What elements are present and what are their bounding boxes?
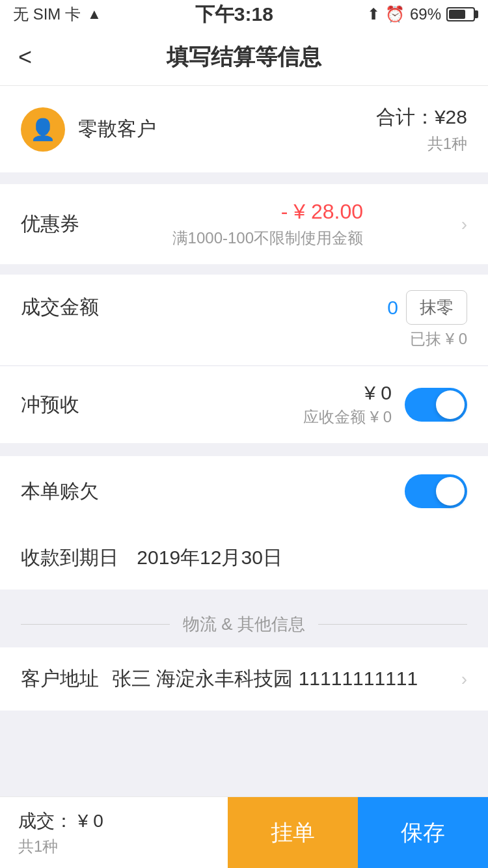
coupon-section[interactable]: 优惠券 - ¥ 28.00 满1000-100不限制使用金额 › <box>0 184 488 264</box>
divider-5 <box>0 712 488 738</box>
coupon-amount: - ¥ 28.00 <box>172 200 363 224</box>
battery-icon <box>446 7 475 21</box>
prepay-section: 冲预收 ¥ 0 应收金额 ¥ 0 <box>0 366 488 443</box>
coupon-chevron-icon: › <box>461 214 467 235</box>
bottom-deal-label: 成交： <box>18 811 73 831</box>
bottom-info: 成交： ¥ 0 共1种 <box>0 809 228 857</box>
bottom-count: 共1种 <box>18 836 210 857</box>
back-button[interactable]: < <box>18 44 32 71</box>
amount-sub-row: 已抹 ¥ 0 <box>21 329 467 349</box>
divider-3 <box>0 444 488 455</box>
battery-fill <box>449 10 465 19</box>
battery-percent: 69% <box>410 5 441 23</box>
total-count: 共1种 <box>376 133 467 154</box>
toggle-knob <box>436 390 465 419</box>
bottom-deal-value: ¥ 0 <box>78 811 103 831</box>
debit-toggle-knob <box>436 477 465 506</box>
wifi-icon: ▲ <box>87 6 102 23</box>
bottom-deal-row: 成交： ¥ 0 <box>18 809 210 834</box>
duedate-label: 收款到期日 <box>21 547 118 568</box>
divider-1 <box>0 174 488 184</box>
customer-name: 零散客户 <box>78 116 156 142</box>
status-time: 下午3:18 <box>195 1 273 28</box>
deal-amount-value[interactable]: 0 <box>387 297 398 319</box>
deal-amount-label: 成交金额 <box>21 294 99 321</box>
divider-2 <box>0 264 488 275</box>
duedate-value: 2019年12月30日 <box>137 547 282 568</box>
customer-section: 👤 零散客户 合计：¥28 共1种 <box>0 86 488 172</box>
location-icon: ⬆ <box>367 5 380 23</box>
bottom-bar: 成交： ¥ 0 共1种 挂单 保存 <box>0 796 488 868</box>
no-sim-label: 无 SIM 卡 <box>13 4 81 25</box>
prepay-right: ¥ 0 应收金额 ¥ 0 <box>303 382 467 427</box>
address-value: 张三 海淀永丰科技园 11111111111 <box>112 666 456 692</box>
page-title: 填写结算等信息 <box>167 42 321 72</box>
logistics-line-right <box>318 624 467 625</box>
pending-button[interactable]: 挂单 <box>228 797 358 869</box>
address-section[interactable]: 客户地址 张三 海淀永丰科技园 11111111111 › <box>0 647 488 711</box>
duedate-section: 收款到期日 2019年12月30日 <box>0 526 488 590</box>
prepay-main-value: ¥ 0 <box>303 382 392 404</box>
customer-left: 👤 零散客户 <box>21 107 156 152</box>
prepay-label: 冲预收 <box>21 392 79 418</box>
address-label: 客户地址 <box>21 666 99 692</box>
save-button[interactable]: 保存 <box>358 797 488 869</box>
nav-bar: < 填写结算等信息 <box>0 29 488 86</box>
amount-right: 0 抹零 <box>387 290 467 325</box>
content: 👤 零散客户 合计：¥28 共1种 优惠券 - ¥ 28.00 满1000-10… <box>0 86 488 816</box>
coupon-label: 优惠券 <box>21 211 79 237</box>
total-amount: 合计：¥28 <box>376 104 467 131</box>
divider-4 <box>0 591 488 601</box>
logistics-header: 物流 & 其他信息 <box>0 601 488 647</box>
prepay-values: ¥ 0 应收金额 ¥ 0 <box>303 382 392 427</box>
debit-toggle[interactable] <box>405 474 467 508</box>
moling-sub-label: 已抹 ¥ 0 <box>410 329 467 349</box>
status-bar: 无 SIM 卡 ▲ 下午3:18 ⬆ ⏰ 69% <box>0 0 488 29</box>
status-left: 无 SIM 卡 ▲ <box>13 4 102 25</box>
prepay-sub-value: 应收金额 ¥ 0 <box>303 407 392 427</box>
customer-right: 合计：¥28 共1种 <box>376 104 467 154</box>
debit-label: 本单赊欠 <box>21 478 99 505</box>
deal-amount-section: 成交金额 0 抹零 已抹 ¥ 0 <box>0 275 488 365</box>
avatar-icon: 👤 <box>30 117 56 142</box>
avatar: 👤 <box>21 107 65 152</box>
alarm-icon: ⏰ <box>385 5 405 23</box>
prepay-toggle[interactable] <box>405 388 467 422</box>
coupon-desc: 满1000-100不限制使用金额 <box>172 228 363 249</box>
debit-section: 本单赊欠 <box>0 456 488 526</box>
status-right: ⬆ ⏰ 69% <box>367 5 475 23</box>
address-chevron-icon: › <box>461 669 467 690</box>
moling-button[interactable]: 抹零 <box>406 290 467 325</box>
amount-row: 成交金额 0 抹零 <box>21 290 467 325</box>
coupon-right: - ¥ 28.00 满1000-100不限制使用金额 <box>172 200 363 249</box>
logistics-label: 物流 & 其他信息 <box>183 613 305 636</box>
logistics-line-left <box>21 624 170 625</box>
